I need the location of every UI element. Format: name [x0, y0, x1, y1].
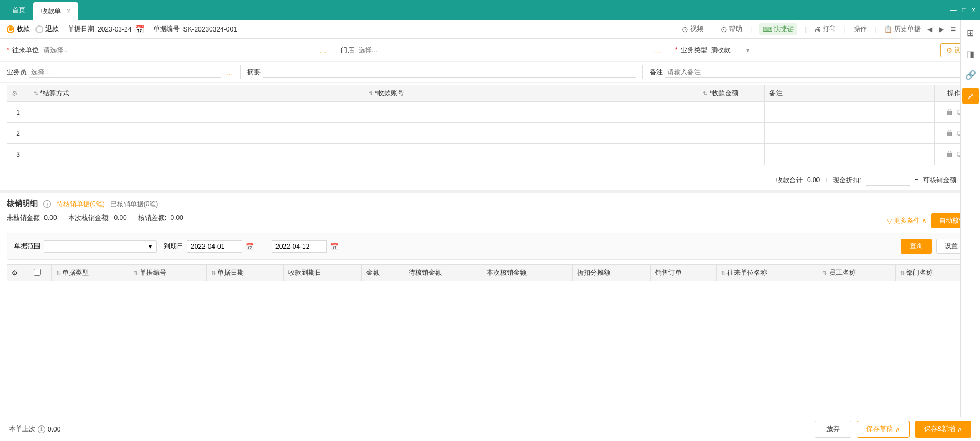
layout-list-btn[interactable]: ≡ [951, 24, 956, 34]
done-tab[interactable]: 已核销单据(0笔) [110, 199, 159, 209]
tab-home[interactable]: 首页 [4, 0, 33, 20]
sidebar-icon-1[interactable]: ⊞ [962, 24, 979, 41]
discount-input[interactable] [866, 175, 910, 186]
pipe4: | [844, 25, 845, 33]
staff-more-btn[interactable]: … [226, 68, 233, 76]
help-circle-icon: ⊙ [721, 25, 727, 34]
row1-amount[interactable] [698, 102, 765, 123]
verify-col-discount: 折扣分摊额 [572, 265, 650, 281]
query-btn[interactable]: 查询 [901, 239, 932, 254]
table-row: 3 🗑 ⧉ [7, 144, 973, 165]
row2-settlement[interactable] [29, 123, 364, 144]
table-gear-icon[interactable]: ⚙ [12, 90, 18, 98]
summary-row: 收款合计 0.00 + 现金折扣: = 可核销金额 0.00 [0, 170, 980, 190]
row2-remark[interactable] [765, 123, 935, 144]
divider2 [668, 44, 668, 57]
verify-gear-icon[interactable]: ⚙ [12, 269, 18, 277]
more-conditions-btn[interactable]: ▽ 更多条件 ∧ [887, 216, 927, 225]
help-btn[interactable]: ⊙ 帮助 [721, 24, 742, 34]
save-draft-btn[interactable]: 保存草稿 ∧ [857, 421, 910, 438]
video-btn[interactable]: ⊙ 视频 [682, 24, 703, 34]
diff-label: 核销差额: 0.00 [138, 213, 183, 223]
window-max-btn[interactable]: □ [962, 6, 966, 14]
pending-tab[interactable]: 待核销单据(0笔) [57, 199, 105, 209]
row3-amount[interactable] [698, 144, 765, 165]
verify-col-amount: 金额 [362, 265, 404, 281]
save-new-btn[interactable]: 保存&新增 ∧ [915, 421, 971, 438]
print-btn[interactable]: 🖨 打印 [814, 24, 836, 34]
range-select[interactable]: ▾ [44, 240, 157, 253]
date-filter-field: 到期日 📅 — 📅 [164, 240, 339, 253]
radio-receipt[interactable]: 收款 [7, 24, 30, 34]
sidebar-icon-2[interactable]: ◨ [962, 45, 979, 62]
bottom-actions: 放弃 保存草稿 ∧ 保存&新增 ∧ [815, 421, 971, 438]
current-label: 本次核销金额: 0.00 [68, 213, 127, 223]
date-from-input[interactable] [187, 240, 242, 253]
table-row: 1 🗑 ⧉ [7, 102, 973, 123]
biz-type-arrow[interactable]: ▾ [746, 47, 749, 54]
window-min-btn[interactable]: — [950, 6, 957, 14]
window-close-btn[interactable]: × [972, 6, 976, 14]
row1-remark[interactable] [765, 102, 935, 123]
row1-account[interactable] [364, 102, 698, 123]
number-label: 单据编号 [153, 24, 180, 34]
data-table-section: ⚙ ⇅ *结算方式 ⇅ *收款账号 ⇅ *收款金额 备注 [0, 83, 980, 170]
verify-stats: 未核销金额 0.00 本次核销金额: 0.00 核销差额: 0.00 [7, 213, 183, 223]
sidebar-icon-4[interactable]: ⤢ [962, 88, 979, 104]
row3-remark[interactable] [765, 144, 935, 165]
row1-settlement[interactable] [29, 102, 364, 123]
biz-type-select[interactable]: 预收款 ▾ [711, 45, 749, 55]
row2-amount[interactable] [698, 123, 765, 144]
divider1 [334, 44, 334, 57]
bottom-info-icon[interactable]: ℹ [38, 425, 45, 433]
tab-receipt[interactable]: 收款单 × [33, 2, 78, 20]
nav-right-btn[interactable]: ▶ [939, 25, 944, 33]
remark-input[interactable] [665, 67, 973, 78]
store-input[interactable] [356, 45, 649, 55]
verify-col-due: 收款到期日 [284, 265, 362, 281]
abandon-btn[interactable]: 放弃 [815, 421, 851, 438]
shortcut-icon: ⌨ [763, 25, 772, 33]
discount-label: 现金折扣: [833, 176, 861, 185]
remark-label: 备注 [650, 68, 663, 77]
toolbar: 收款 退款 单据日期 2023-03-24 📅 单据编号 SK-20230324… [0, 20, 980, 39]
radio-refund-label: 退款 [45, 24, 59, 34]
divider4 [642, 65, 643, 79]
shortcut-btn[interactable]: ⌨ 快捷键 [759, 23, 797, 35]
verify-col-gear: ⚙ [7, 265, 29, 281]
nav-left-btn[interactable]: ◀ [927, 25, 932, 33]
verify-info-icon[interactable]: i [43, 200, 51, 208]
tab-close-icon[interactable]: × [67, 7, 70, 15]
tab-home-label: 首页 [12, 6, 25, 15]
plus-sign: + [824, 176, 828, 184]
row3-account[interactable] [364, 144, 698, 165]
number-field: 单据编号 SK-20230324-001 [153, 24, 237, 34]
row2-account[interactable] [364, 123, 698, 144]
calendar-from-icon[interactable]: 📅 [246, 243, 254, 250]
window-controls: — □ × [950, 6, 976, 14]
partner-more-btn[interactable]: … [319, 46, 327, 55]
staff-field: 业务员 … [7, 67, 233, 78]
calendar-icon[interactable]: 📅 [135, 25, 144, 34]
store-more-btn[interactable]: … [654, 46, 661, 55]
range-label: 单据范围 [14, 242, 40, 251]
verify-select-all-checkbox[interactable] [34, 269, 41, 276]
date-value: 2023-03-24 [98, 25, 131, 33]
history-btn[interactable]: 📋 历史单据 [884, 24, 921, 34]
operation-btn[interactable]: 操作 [854, 24, 867, 34]
sidebar-icon-3[interactable]: 🔗 [962, 66, 979, 83]
row3-delete-icon[interactable]: 🗑 [946, 150, 953, 159]
calendar-to-icon[interactable]: 📅 [330, 243, 339, 250]
row1-delete-icon[interactable]: 🗑 [946, 107, 953, 117]
summary-input[interactable] [263, 67, 636, 78]
date-to-input[interactable] [272, 240, 327, 253]
staff-input[interactable] [29, 67, 221, 78]
row3-settlement[interactable] [29, 144, 364, 165]
radio-refund[interactable]: 退款 [35, 24, 59, 34]
radio-refund-circle [35, 25, 43, 33]
last-value: 0.00 [48, 425, 60, 433]
store-field: 门店 … [341, 45, 661, 55]
col-remark: 备注 [765, 85, 935, 102]
partner-input[interactable] [41, 45, 315, 55]
row2-delete-icon[interactable]: 🗑 [946, 129, 953, 138]
